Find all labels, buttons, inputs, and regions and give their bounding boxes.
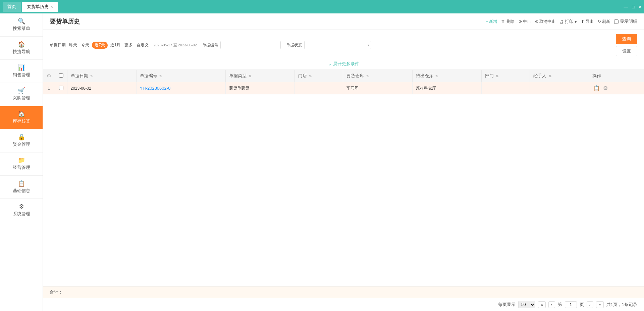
row-checkbox[interactable] — [55, 82, 67, 94]
row-handler — [530, 82, 589, 94]
row-store — [294, 82, 343, 94]
col-doc-type[interactable]: 单据类型 ⇅ — [225, 70, 294, 82]
col-handler-label: 经手人 — [533, 73, 546, 78]
row-doc-type: 要货单要货 — [225, 82, 294, 94]
row-operation: 📋 ⚙ — [589, 82, 644, 94]
col-checkbox — [55, 70, 67, 82]
col-settings[interactable]: ⚙ — [43, 70, 55, 82]
col-doc-date-sort-icon: ⇅ — [90, 74, 93, 78]
date-filter-label: 单据日期 — [50, 42, 66, 48]
toolbar: + 新增 🗑 删除 ⊘ 中止 ⊘ 取消中止 🖨 打印 ▾ ⬆ 导出 ↻ 刷新 显… — [486, 18, 637, 25]
row-doc-number[interactable]: YH-20230602-0 — [136, 82, 225, 94]
page-size-label: 每页显示 — [498, 302, 516, 308]
first-page-button[interactable]: « — [538, 301, 546, 308]
col-dept-label: 部门 — [485, 73, 494, 78]
col-dept[interactable]: 部门 ⇅ — [481, 70, 530, 82]
query-button[interactable]: 查询 — [616, 34, 637, 44]
doc-status-select-wrap: ▾ — [304, 41, 371, 49]
display-detail-checkbox[interactable] — [614, 19, 619, 24]
window-maximize-icon[interactable]: □ — [632, 4, 635, 9]
sidebar-item-sales-label: 销售管理 — [13, 72, 30, 78]
col-req-warehouse[interactable]: 要货仓库 ⇅ — [343, 70, 412, 82]
expand-more-icon: ⌄ — [328, 61, 332, 66]
prev-page-button[interactable]: ‹ — [548, 301, 555, 308]
tab-requisition-history[interactable]: 要货单历史 × — [22, 2, 58, 12]
date-opt-7days[interactable]: 近7天 — [92, 42, 108, 49]
filter-actions: 查询 设置 — [616, 34, 637, 56]
col-doc-type-sort-icon: ⇅ — [249, 74, 251, 78]
finance-icon: 🔒 — [18, 134, 25, 140]
doc-status-select[interactable] — [304, 41, 371, 49]
sidebar-item-basic-info[interactable]: 📋 基础信息 — [0, 176, 43, 199]
sidebar-item-operations[interactable]: 📁 经营管理 — [0, 152, 43, 176]
display-detail-toggle[interactable]: 显示明细 — [614, 18, 637, 25]
table-settings-icon[interactable]: ⚙ — [47, 73, 51, 79]
delete-button[interactable]: 🗑 删除 — [501, 19, 514, 25]
col-doc-type-label: 单据类型 — [229, 73, 247, 78]
col-req-warehouse-label: 要货仓库 — [346, 73, 364, 78]
date-opt-today[interactable]: 今天 — [80, 42, 91, 49]
sidebar-item-inventory[interactable]: 🏠 库存核算 — [0, 106, 43, 129]
date-opt-more[interactable]: 更多 — [123, 42, 134, 49]
goto-label: 第 — [558, 302, 562, 308]
col-req-warehouse-sort-icon: ⇅ — [366, 74, 369, 78]
sales-mgmt-icon: 📊 — [18, 64, 25, 71]
search-menu-icon: 🔍 — [18, 18, 25, 24]
sidebar-item-search-menu[interactable]: 🔍 搜索菜单 — [0, 13, 43, 37]
filter-area: 单据日期 昨天 今天 近7天 近1月 更多 自定义 2023-05-27 至 2… — [43, 30, 644, 70]
row-more-icon[interactable]: ⚙ — [603, 85, 608, 91]
col-store-sort-icon: ⇅ — [309, 74, 312, 78]
operations-icon: 📁 — [18, 157, 25, 163]
doc-number-link[interactable]: YH-20230602-0 — [140, 86, 171, 91]
col-store[interactable]: 门店 ⇅ — [294, 70, 343, 82]
row-edit-icon[interactable]: 📋 — [593, 85, 600, 91]
col-handler[interactable]: 经手人 ⇅ — [530, 70, 589, 82]
select-all-checkbox[interactable] — [59, 73, 63, 78]
sidebar-item-purchase-mgmt[interactable]: 🛒 采购管理 — [0, 83, 43, 106]
col-pending-warehouse[interactable]: 待出仓库 ⇅ — [412, 70, 481, 82]
sidebar-item-purchase-label: 采购管理 — [13, 95, 30, 101]
top-bar-right: — □ × — [624, 4, 641, 9]
print-icon: 🖨 — [559, 19, 564, 24]
sidebar-item-operations-label: 经营管理 — [13, 165, 30, 171]
refresh-button[interactable]: ↻ 刷新 — [598, 19, 610, 25]
col-dept-sort-icon: ⇅ — [496, 74, 498, 78]
expand-more-button[interactable]: ⌄ 展开更多条件 — [50, 59, 637, 70]
date-options: 昨天 今天 近7天 近1月 更多 自定义 — [68, 42, 150, 49]
col-doc-number[interactable]: 单据编号 ⇅ — [136, 70, 225, 82]
tab-home[interactable]: 首页 — [3, 2, 21, 12]
date-opt-1month[interactable]: 近1月 — [109, 42, 122, 49]
date-opt-custom[interactable]: 自定义 — [135, 42, 150, 49]
sidebar-item-quick-nav[interactable]: 🏠 快捷导航 — [0, 37, 43, 60]
stop-button[interactable]: ⊘ 中止 — [519, 19, 531, 25]
total-records: 共1页，1条记录 — [606, 302, 637, 308]
sidebar-item-sales-mgmt[interactable]: 📊 销售管理 — [0, 60, 43, 83]
next-page-button[interactable]: › — [587, 301, 593, 308]
add-button[interactable]: + 新增 — [486, 19, 497, 25]
settings-button[interactable]: 设置 — [616, 46, 637, 56]
cancel-stop-button[interactable]: ⊘ 取消中止 — [535, 19, 555, 25]
tab-close-icon[interactable]: × — [51, 5, 53, 9]
sidebar-item-quick-nav-label: 快捷导航 — [13, 49, 30, 55]
doc-number-label: 单据编号 — [202, 42, 218, 48]
doc-number-input[interactable] — [220, 41, 281, 49]
page-number-input[interactable] — [565, 301, 577, 308]
row-req-warehouse: 车间库 — [343, 82, 412, 94]
window-close-icon[interactable]: × — [639, 4, 641, 9]
date-opt-yesterday[interactable]: 昨天 — [68, 42, 78, 49]
sidebar-item-system-mgmt[interactable]: ⚙ 系统管理 — [0, 199, 43, 222]
page-size-select[interactable]: 20 50 100 — [518, 301, 535, 308]
window-minimize-icon[interactable]: — — [624, 4, 628, 9]
print-dropdown-icon[interactable]: ▾ — [575, 19, 577, 24]
col-handler-sort-icon: ⇅ — [549, 74, 551, 78]
row-select-checkbox[interactable] — [59, 86, 63, 90]
print-button[interactable]: 🖨 打印 ▾ — [559, 18, 577, 25]
date-range-text: 2023-05-27 至 2023-06-02 — [153, 43, 197, 48]
sidebar-item-finance[interactable]: 🔒 资金管理 — [0, 129, 43, 152]
export-button[interactable]: ⬆ 导出 — [581, 19, 593, 25]
last-page-button[interactable]: » — [596, 301, 604, 308]
tab-home-label: 首页 — [7, 4, 16, 10]
col-doc-date[interactable]: 单据日期 ⇅ — [67, 70, 136, 82]
table-area: ⚙ 单据日期 ⇅ 单据编号 ⇅ — [43, 70, 644, 286]
row-pending-warehouse: 原材料仓库 — [412, 82, 481, 94]
